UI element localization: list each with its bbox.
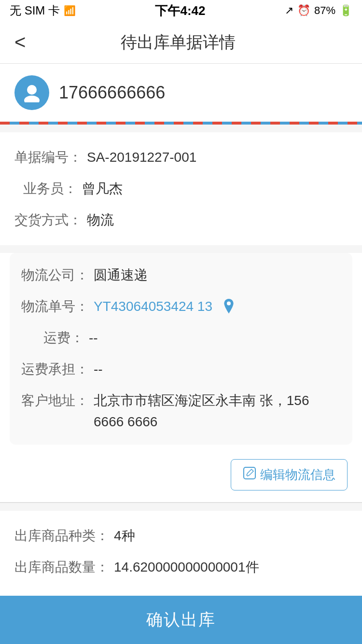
battery-text: 87% (314, 4, 335, 17)
freight-row: 运费： -- (21, 327, 341, 349)
section-divider (0, 502, 362, 503)
goods-type-value: 4种 (114, 525, 348, 547)
address-label: 客户地址： (21, 390, 89, 412)
pencil-icon (243, 466, 256, 480)
status-right: ↗ ⏰ 87% 🔋 (285, 4, 352, 17)
customer-header: 17666666666 (0, 64, 362, 122)
logistics-company-value: 圆通速递 (94, 265, 341, 286)
logistics-tracking-value: YT43064053424 13 (94, 296, 341, 318)
status-time: 下午4:42 (155, 2, 205, 19)
location-status-icon: ↗ (285, 4, 293, 17)
freight-bear-row: 运费承担： -- (21, 359, 341, 380)
freight-bear-value: -- (94, 359, 341, 380)
svg-rect-3 (244, 467, 255, 479)
customer-phone: 17666666666 (59, 83, 165, 103)
freight-label: 运费： (21, 327, 84, 349)
goods-quantity-row: 出库商品数量： 14.620000000000001件 (14, 557, 348, 578)
goods-quantity-value: 14.620000000000001件 (114, 557, 348, 578)
svg-point-1 (24, 96, 40, 102)
freight-bear-label: 运费承担： (21, 359, 89, 380)
logistics-tracking-row: 物流单号： YT43064053424 13 (21, 296, 341, 318)
doc-number-value: SA-20191227-001 (87, 147, 348, 168)
doc-number-row: 单据编号： SA-20191227-001 (14, 147, 348, 168)
goods-quantity-label: 出库商品数量： (14, 557, 109, 578)
edit-btn-container: 编辑物流信息 (0, 449, 362, 502)
edit-icon (243, 466, 256, 483)
delivery-label: 交货方式： (14, 210, 82, 231)
bottom-area: 确认出库 (0, 596, 362, 644)
page-title: 待出库单据详情 (35, 31, 320, 54)
status-left: 无 SIM 卡 📶 (10, 3, 76, 18)
freight-value: -- (89, 327, 341, 349)
goods-type-label: 出库商品种类： (14, 525, 109, 547)
confirm-outbound-button[interactable]: 确认出库 (0, 596, 362, 644)
person-icon (22, 83, 42, 102)
battery-icon: 🔋 (339, 4, 352, 17)
edit-logistics-button[interactable]: 编辑物流信息 (231, 459, 348, 490)
status-bar: 无 SIM 卡 📶 下午4:42 ↗ ⏰ 87% 🔋 (0, 0, 362, 21)
clock-icon: ⏰ (297, 4, 310, 17)
sim-text: 无 SIM 卡 (10, 3, 60, 18)
logistics-company-label: 物流公司： (21, 265, 89, 286)
nav-bar: < 待出库单据详情 (0, 21, 362, 64)
edit-logistics-label: 编辑物流信息 (260, 466, 335, 483)
logistics-section: 物流公司： 圆通速递 物流单号： YT43064053424 13 运费： --… (0, 253, 362, 449)
wifi-icon: 📶 (64, 5, 76, 16)
logistics-company-row: 物流公司： 圆通速递 (21, 265, 341, 286)
svg-point-2 (227, 301, 231, 305)
goods-type-row: 出库商品种类： 4种 (14, 525, 348, 547)
goods-section: 出库商品种类： 4种 出库商品数量： 14.620000000000001件 (0, 511, 362, 593)
svg-point-0 (27, 85, 37, 95)
document-info-section: 单据编号： SA-20191227-001 业务员： 曾凡杰 交货方式： 物流 (0, 132, 362, 245)
avatar (14, 75, 49, 110)
address-value: 北京市市辖区海淀区永丰南 张，156 6666 6666 (94, 390, 341, 434)
delivery-row: 交货方式： 物流 (14, 210, 348, 231)
salesman-row: 业务员： 曾凡杰 (14, 178, 348, 200)
back-button[interactable]: < (14, 31, 26, 53)
address-row: 客户地址： 北京市市辖区海淀区永丰南 张，156 6666 6666 (21, 390, 341, 434)
salesman-label: 业务员： (14, 178, 77, 200)
doc-number-label: 单据编号： (14, 147, 82, 168)
dashed-divider (0, 122, 362, 125)
map-pin-icon[interactable] (221, 299, 237, 314)
delivery-value: 物流 (87, 210, 348, 231)
logistics-card: 物流公司： 圆通速递 物流单号： YT43064053424 13 运费： --… (10, 253, 352, 445)
logistics-tracking-label: 物流单号： (21, 296, 89, 318)
salesman-value: 曾凡杰 (82, 178, 348, 200)
